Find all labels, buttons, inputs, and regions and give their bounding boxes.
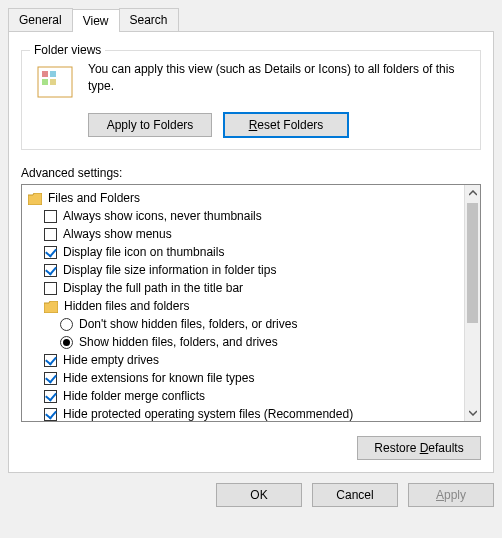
tree-label: Display file size information in folder … [63, 261, 276, 279]
svg-rect-4 [50, 79, 56, 85]
scroll-up-button[interactable] [465, 185, 481, 201]
dialog-button-row: OK Cancel Apply [8, 483, 494, 507]
folder-views-group: Folder views You can apply this view (su… [21, 50, 481, 150]
radio[interactable] [60, 336, 73, 349]
scroll-down-button[interactable] [465, 405, 481, 421]
tree-group-hidden-files[interactable]: Hidden files and folders [28, 297, 480, 315]
tree-label: Don't show hidden files, folders, or dri… [79, 315, 297, 333]
tree-item[interactable]: Display file icon on thumbnails [28, 243, 480, 261]
apply-to-folders-button[interactable]: Apply to Folders [88, 113, 212, 137]
checkbox[interactable] [44, 210, 57, 223]
checkbox[interactable] [44, 354, 57, 367]
advanced-settings-label: Advanced settings: [21, 166, 481, 180]
tree-label: Always show menus [63, 225, 172, 243]
folder-views-title: Folder views [30, 43, 105, 57]
checkbox[interactable] [44, 228, 57, 241]
tree-scrollbar[interactable] [464, 185, 480, 421]
chevron-down-icon [469, 410, 477, 416]
tree-label: Show hidden files, folders, and drives [79, 333, 278, 351]
tree-item[interactable]: Hide empty drives [28, 351, 480, 369]
checkbox[interactable] [44, 390, 57, 403]
tree-item[interactable]: Hide protected operating system files (R… [28, 405, 480, 422]
folder-views-icon [34, 61, 76, 103]
tree-radio-item[interactable]: Show hidden files, folders, and drives [28, 333, 480, 351]
tree-item[interactable]: Display the full path in the title bar [28, 279, 480, 297]
apply-button[interactable]: Apply [408, 483, 494, 507]
svg-rect-3 [42, 79, 48, 85]
tree-label: Always show icons, never thumbnails [63, 207, 262, 225]
tree-label: Display the full path in the title bar [63, 279, 243, 297]
svg-rect-2 [50, 71, 56, 77]
tree-root-files-and-folders[interactable]: Files and Folders [28, 189, 480, 207]
checkbox[interactable] [44, 282, 57, 295]
tree-radio-item[interactable]: Don't show hidden files, folders, or dri… [28, 315, 480, 333]
restore-defaults-button[interactable]: Restore Defaults [357, 436, 481, 460]
tab-panel-view: Folder views You can apply this view (su… [8, 31, 494, 473]
tree-label: Hide empty drives [63, 351, 159, 369]
chevron-up-icon [469, 190, 477, 196]
tree-item[interactable]: Always show icons, never thumbnails [28, 207, 480, 225]
advanced-settings-tree[interactable]: Files and Folders Always show icons, nev… [21, 184, 481, 422]
checkbox[interactable] [44, 246, 57, 259]
tab-search[interactable]: Search [119, 8, 179, 31]
tab-view[interactable]: View [72, 9, 120, 32]
tree-label: Hide extensions for known file types [63, 369, 254, 387]
tree-item[interactable]: Hide folder merge conflicts [28, 387, 480, 405]
tree-item[interactable]: Always show menus [28, 225, 480, 243]
tree-label: Files and Folders [48, 189, 140, 207]
tree-label: Display file icon on thumbnails [63, 243, 224, 261]
tree-label: Hidden files and folders [64, 297, 189, 315]
checkbox[interactable] [44, 264, 57, 277]
tree-label: Hide protected operating system files (R… [63, 405, 353, 422]
folder-icon [44, 300, 58, 312]
checkbox[interactable] [44, 372, 57, 385]
ok-button[interactable]: OK [216, 483, 302, 507]
tab-strip: General View Search [8, 8, 494, 31]
scroll-thumb[interactable] [467, 203, 478, 323]
tree-item[interactable]: Hide extensions for known file types [28, 369, 480, 387]
tab-general[interactable]: General [8, 8, 73, 31]
svg-rect-1 [42, 71, 48, 77]
folder-views-description: You can apply this view (such as Details… [88, 61, 468, 95]
cancel-button[interactable]: Cancel [312, 483, 398, 507]
tree-item[interactable]: Display file size information in folder … [28, 261, 480, 279]
folder-icon [28, 192, 42, 204]
checkbox[interactable] [44, 408, 57, 421]
radio[interactable] [60, 318, 73, 331]
tree-label: Hide folder merge conflicts [63, 387, 205, 405]
reset-folders-button[interactable]: Reset Folders [224, 113, 348, 137]
